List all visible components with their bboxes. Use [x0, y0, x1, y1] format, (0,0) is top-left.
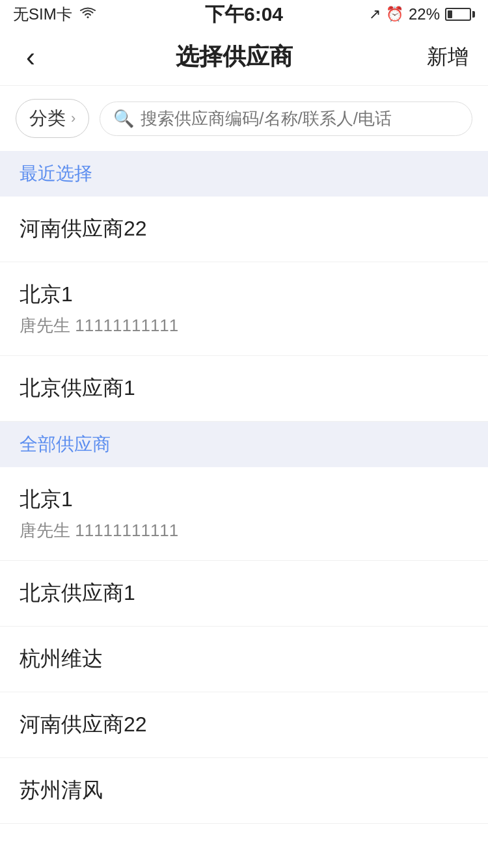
all-suppliers-list: 北京1唐先生 11111111111北京供应商1杭州维达河南供应商22苏州清风 [0, 467, 488, 824]
item-name: 北京1 [20, 280, 468, 309]
status-time: 下午6:04 [205, 1, 283, 28]
battery-percent: 22% [409, 5, 440, 23]
item-name: 北京1 [20, 485, 468, 514]
list-item[interactable]: 河南供应商22 [0, 197, 488, 262]
page-title: 选择供应商 [176, 41, 293, 73]
filter-bar: 分类 › 🔍 [0, 86, 488, 151]
list-item[interactable]: 杭州维达 [0, 627, 488, 692]
item-name: 河南供应商22 [20, 711, 468, 739]
list-item[interactable]: 北京供应商1 [0, 561, 488, 627]
battery-icon [445, 8, 475, 21]
item-name: 北京供应商1 [20, 374, 468, 403]
recent-section-header: 最近选择 [0, 151, 488, 197]
nav-bar: ‹ 选择供应商 新增 [0, 29, 488, 86]
location-icon: ↗ [369, 6, 381, 23]
category-button[interactable]: 分类 › [16, 99, 89, 138]
status-right: ↗ ⏰ 22% [369, 5, 475, 23]
back-button[interactable]: ‹ [20, 35, 42, 79]
item-name: 北京供应商1 [20, 579, 468, 608]
status-bar: 无SIM卡 下午6:04 ↗ ⏰ 22% [0, 0, 488, 29]
wifi-icon [79, 5, 97, 23]
item-name: 河南供应商22 [20, 215, 468, 243]
carrier-text: 无SIM卡 [13, 4, 72, 25]
search-box: 🔍 [100, 102, 472, 136]
recent-list: 河南供应商22北京1唐先生 11111111111北京供应商1 [0, 197, 488, 422]
alarm-icon: ⏰ [386, 6, 403, 23]
item-name: 杭州维达 [20, 645, 468, 673]
search-icon: 🔍 [113, 109, 134, 129]
item-sub: 唐先生 11111111111 [20, 519, 468, 542]
list-item[interactable]: 河南供应商22 [0, 692, 488, 758]
item-sub: 唐先生 11111111111 [20, 314, 468, 337]
chevron-right-icon: › [71, 110, 75, 127]
category-label: 分类 [29, 106, 66, 131]
list-item[interactable]: 苏州清风 [0, 758, 488, 824]
list-item[interactable]: 北京1唐先生 11111111111 [0, 262, 488, 356]
item-name: 苏州清风 [20, 776, 468, 805]
all-section-label: 全部供应商 [20, 434, 111, 454]
list-item[interactable]: 北京供应商1 [0, 356, 488, 422]
list-item[interactable]: 北京1唐先生 11111111111 [0, 467, 488, 561]
status-left: 无SIM卡 [13, 4, 97, 25]
add-button[interactable]: 新增 [427, 43, 468, 72]
recent-section-label: 最近选择 [20, 163, 92, 183]
all-section-header: 全部供应商 [0, 422, 488, 467]
search-input[interactable] [141, 109, 459, 129]
